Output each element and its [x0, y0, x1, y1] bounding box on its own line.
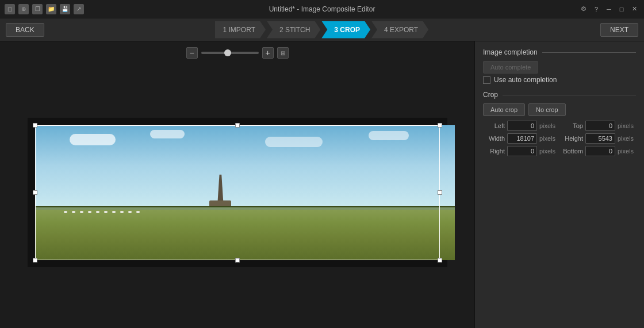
landmark-base — [209, 200, 231, 206]
zoom-slider[interactable] — [201, 52, 259, 54]
right-input[interactable] — [507, 146, 537, 156]
horizon-line — [35, 206, 455, 207]
wizard-steps: 1 IMPORT 2 STITCH 3 CROP 4 EXPORT — [215, 21, 430, 38]
window-title: Untitled* - Image Composite Editor — [269, 5, 375, 13]
titlebar-controls: ⚙ ? ─ □ ✕ — [578, 4, 639, 14]
cloud-2 — [150, 130, 185, 138]
minimize-icon[interactable]: ─ — [604, 4, 614, 14]
sky — [35, 125, 455, 206]
crop-right-row: Right pixels — [483, 146, 558, 156]
right-unit: pixels — [539, 148, 555, 155]
close-icon[interactable]: ✕ — [629, 4, 639, 14]
left-unit: pixels — [539, 122, 555, 129]
height-label: Height — [561, 135, 583, 142]
sheep-4 — [88, 211, 91, 213]
height-unit: pixels — [618, 135, 634, 142]
folder-icon[interactable]: 📁 — [46, 4, 56, 14]
ground — [35, 206, 455, 260]
left-input[interactable] — [507, 121, 537, 131]
sheep-5 — [96, 211, 99, 213]
top-unit: pixels — [618, 122, 634, 129]
image-completion-title: Image completion — [483, 48, 636, 56]
left-label: Left — [483, 122, 505, 129]
image-completion-section: Image completion Auto complete Use auto … — [483, 48, 636, 84]
sheep-1 — [64, 211, 67, 213]
canvas-area[interactable]: − + ⊞ — [0, 41, 474, 328]
sheep-2 — [72, 211, 75, 213]
sheep-area — [64, 211, 426, 213]
no-crop-button[interactable]: No crop — [528, 103, 566, 116]
wizard-step-import[interactable]: 1 IMPORT — [215, 21, 266, 38]
crop-height-row: Height pixels — [561, 133, 636, 144]
top-label: Top — [561, 122, 583, 129]
use-auto-completion-label: Use auto completion — [494, 76, 557, 84]
right-panel: Image completion Auto complete Use auto … — [474, 41, 644, 328]
sheep-3 — [80, 211, 83, 213]
step-3-label: 3 CROP — [334, 26, 360, 34]
next-button[interactable]: NEXT — [600, 23, 638, 37]
crop-fields: Left pixels Top pixels Width pixels — [483, 121, 636, 156]
width-input[interactable] — [507, 133, 537, 144]
crop-handle-bot-mid[interactable] — [235, 258, 240, 263]
right-label: Right — [483, 148, 505, 155]
bottom-label: Bottom — [561, 148, 583, 155]
bottom-input[interactable] — [585, 146, 615, 156]
open-icon[interactable]: ⊕ — [18, 4, 29, 14]
back-button[interactable]: BACK — [6, 23, 44, 37]
duplicate-icon[interactable]: ❐ — [32, 4, 43, 14]
panorama-image — [35, 125, 455, 260]
crop-title: Crop — [483, 91, 636, 99]
crop-top-row: Top pixels — [561, 121, 636, 131]
wizard-bar: BACK 1 IMPORT 2 STITCH 3 CROP 4 EXPORT N… — [0, 18, 644, 41]
width-unit: pixels — [539, 135, 555, 142]
help-icon[interactable]: ? — [591, 4, 601, 14]
crop-left-row: Left pixels — [483, 121, 558, 131]
crop-handle-mid-right[interactable] — [438, 190, 442, 195]
crop-handle-top-mid[interactable] — [235, 123, 240, 128]
image-wrapper — [28, 118, 447, 267]
zoom-bar: − + ⊞ — [186, 47, 289, 59]
cloud-4 — [369, 131, 409, 140]
crop-handle-top-left[interactable] — [33, 123, 37, 128]
fit-button[interactable]: ⊞ — [277, 47, 289, 59]
wizard-step-export[interactable]: 4 EXPORT — [371, 21, 428, 38]
auto-crop-button[interactable]: Auto crop — [483, 103, 525, 116]
export-icon[interactable]: ↗ — [74, 4, 84, 14]
crop-handle-top-right[interactable] — [438, 123, 442, 128]
new-icon[interactable]: ◻ — [5, 4, 15, 14]
auto-complete-button[interactable]: Auto complete — [483, 61, 538, 74]
step-2-label: 2 STITCH — [279, 26, 310, 34]
width-label: Width — [483, 135, 505, 142]
crop-buttons: Auto crop No crop — [483, 103, 636, 116]
titlebar: ◻ ⊕ ❐ 📁 💾 ↗ Untitled* - Image Composite … — [0, 0, 644, 18]
sheep-8 — [120, 211, 124, 213]
crop-width-row: Width pixels — [483, 133, 558, 144]
crop-handle-bot-left[interactable] — [33, 258, 37, 263]
crop-handle-bot-right[interactable] — [438, 258, 442, 263]
zoom-in-button[interactable]: + — [262, 47, 274, 59]
sheep-6 — [104, 211, 108, 213]
step-1-label: 1 IMPORT — [223, 26, 255, 34]
water-hint — [35, 207, 455, 210]
sheep-10 — [136, 211, 140, 213]
zoom-out-button[interactable]: − — [186, 47, 198, 59]
use-auto-completion-checkbox[interactable] — [483, 76, 490, 84]
save-icon[interactable]: 💾 — [60, 4, 70, 14]
settings-icon[interactable]: ⚙ — [578, 4, 589, 14]
crop-bottom-row: Bottom pixels — [561, 146, 636, 156]
wizard-step-crop[interactable]: 3 CROP — [321, 21, 370, 38]
wizard-step-stitch[interactable]: 2 STITCH — [267, 21, 320, 38]
use-auto-completion-row: Use auto completion — [483, 76, 636, 84]
titlebar-left: ◻ ⊕ ❐ 📁 💾 ↗ — [5, 4, 84, 14]
sheep-7 — [112, 211, 116, 213]
cloud-1 — [70, 134, 116, 145]
crop-handle-mid-left[interactable] — [33, 190, 37, 195]
sheep-9 — [128, 211, 132, 213]
crop-section: Crop Auto crop No crop Left pixels Top p… — [483, 91, 636, 156]
bottom-unit: pixels — [618, 148, 634, 155]
top-input[interactable] — [585, 121, 615, 131]
image-container — [28, 118, 447, 267]
height-input[interactable] — [585, 133, 615, 144]
zoom-thumb[interactable] — [224, 49, 231, 56]
maximize-icon[interactable]: □ — [616, 4, 627, 14]
